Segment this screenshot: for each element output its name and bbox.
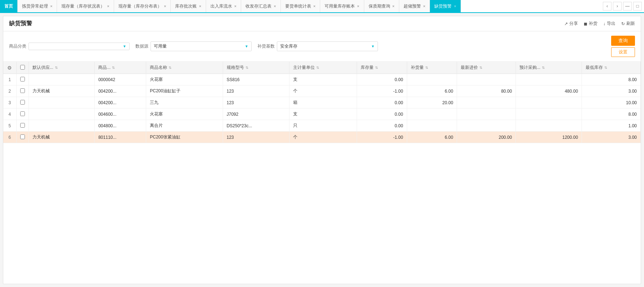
row-unit-0: 支 <box>290 74 357 85</box>
tab-prev-button[interactable]: ‹ <box>603 2 612 10</box>
row-est-purchase-1: 480.00 <box>516 85 582 97</box>
column-name[interactable]: 商品名称⇅ <box>146 62 223 74</box>
page-title: 缺货预警 <box>9 20 564 27</box>
tab-7-label: 要货单统计表 <box>285 3 311 9</box>
row-replenish-3 <box>407 109 457 120</box>
row-check-1[interactable] <box>16 85 29 97</box>
share-button[interactable]: ↗ 分享 <box>564 21 578 27</box>
table-body: 1 0000042 火花塞 SS816 支 0.00 8.00 2 力天机械 0… <box>3 74 641 143</box>
tab-2-close[interactable]: × <box>107 4 109 8</box>
row-stock-3: 0.00 <box>357 109 407 120</box>
row-check-3[interactable] <box>16 109 29 120</box>
tab-1-close[interactable]: × <box>50 4 52 8</box>
row-code-2: 004200... <box>95 97 146 109</box>
row-latest-price-3 <box>457 109 516 120</box>
column-min-stock[interactable]: 最低库存⇅ <box>582 62 641 74</box>
row-num-4: 5 <box>3 120 16 132</box>
tab-3-close[interactable]: × <box>164 4 166 8</box>
category-select[interactable]: ▼ <box>29 43 130 50</box>
tab-7[interactable]: 要货单统计表 × <box>281 0 320 12</box>
row-code-1: 004200... <box>95 85 146 97</box>
tab-4[interactable]: 库存批次账 × <box>171 0 206 12</box>
column-code[interactable]: 商品...⇅ <box>95 62 146 74</box>
tab-1[interactable]: 拣货异常处理 × <box>18 0 57 12</box>
row-checkbox-0[interactable] <box>20 77 25 81</box>
column-gear[interactable]: ⚙ <box>3 62 16 74</box>
replenish-button[interactable]: ◼ 补货 <box>584 21 597 27</box>
tab-9[interactable]: 保质期查询 × <box>364 0 399 12</box>
row-code-0: 0000042 <box>95 74 146 85</box>
row-checkbox-4[interactable] <box>20 123 25 128</box>
column-unit[interactable]: 主计量单位⇅ <box>290 62 357 74</box>
datasource-label: 数据源 <box>135 43 148 49</box>
row-check-5[interactable] <box>16 132 29 143</box>
column-stock[interactable]: 库存量⇅ <box>357 62 407 74</box>
datasource-select[interactable]: 可用量 ▼ <box>151 41 252 51</box>
tab-10[interactable]: 超储预警 × <box>399 0 430 12</box>
row-name-4: 离合片 <box>146 120 223 132</box>
row-replenish-2: 20.00 <box>407 97 457 109</box>
tab-6[interactable]: 收发存汇总表 × <box>241 0 280 12</box>
row-checkbox-2[interactable] <box>20 100 25 105</box>
row-checkbox-1[interactable] <box>20 88 25 93</box>
replenish-icon: ◼ <box>584 21 587 26</box>
row-name-2: 三九 <box>146 97 223 109</box>
replenish-base-select[interactable]: 安全库存 ▼ <box>277 41 378 51</box>
refresh-button[interactable]: ↻ 刷新 <box>621 21 635 27</box>
tab-8[interactable]: 可用量库存账本 × <box>320 0 364 12</box>
select-all-checkbox[interactable] <box>20 65 25 70</box>
query-button[interactable]: 查询 <box>611 36 635 46</box>
tab-4-close[interactable]: × <box>199 4 201 8</box>
row-unit-3: 支 <box>290 109 357 120</box>
column-latest-price[interactable]: 最新进价⇅ <box>457 62 516 74</box>
tab-8-close[interactable]: × <box>357 4 359 8</box>
tab-home-label: 首页 <box>4 3 13 9</box>
column-replenish[interactable]: 补货量⇅ <box>407 62 457 74</box>
row-spec-1: 123 <box>223 85 289 97</box>
row-supplier-1: 力天机械 <box>29 85 95 97</box>
row-supplier-4 <box>29 120 95 132</box>
tab-11[interactable]: 缺货预警 × <box>430 0 461 12</box>
row-num-3: 4 <box>3 109 16 120</box>
tab-10-close[interactable]: × <box>423 4 425 8</box>
tab-11-close[interactable]: × <box>454 4 456 8</box>
row-est-purchase-3 <box>516 109 582 120</box>
row-check-2[interactable] <box>16 97 29 109</box>
row-code-3: 004600... <box>95 109 146 120</box>
tab-7-close[interactable]: × <box>313 4 316 8</box>
tab-6-close[interactable]: × <box>274 4 276 8</box>
tab-6-label: 收发存汇总表 <box>245 3 271 9</box>
export-button[interactable]: ↓ 导出 <box>603 21 615 27</box>
tab-3[interactable]: 现存量（库存分布表） × <box>114 0 171 12</box>
replenish-base-value: 安全库存 <box>280 43 297 49</box>
row-min-stock-5: 3.00 <box>582 132 641 143</box>
refresh-icon: ↻ <box>621 21 625 26</box>
tab-maximize-button[interactable]: □ <box>633 2 642 10</box>
datasource-value: 可用量 <box>154 43 167 49</box>
column-supplier[interactable]: 默认供应...⇅ <box>29 62 95 74</box>
tab-next-button[interactable]: › <box>613 2 622 10</box>
tab-bar: 首页 拣货异常处理 × 现存量（库存状况表） × 现存量（库存分布表） × 库存… <box>0 0 644 13</box>
column-spec[interactable]: 规格型号⇅ <box>223 62 289 74</box>
tab-home[interactable]: 首页 <box>0 0 18 12</box>
row-supplier-2 <box>29 97 95 109</box>
row-code-4: 004800... <box>95 120 146 132</box>
tab-5[interactable]: 出入库流水 × <box>206 0 241 12</box>
row-check-0[interactable] <box>16 74 29 85</box>
tab-9-close[interactable]: × <box>392 4 395 8</box>
row-stock-5: -1.00 <box>357 132 407 143</box>
column-est-purchase[interactable]: 预计采购...⇅ <box>516 62 582 74</box>
tab-5-close[interactable]: × <box>234 4 236 8</box>
header-actions: ↗ 分享 ◼ 补货 ↓ 导出 ↻ 刷新 <box>564 21 635 27</box>
gear-icon[interactable]: ⚙ <box>7 65 12 71</box>
settings-button[interactable]: 设置 <box>611 47 635 57</box>
row-checkbox-3[interactable] <box>20 111 25 116</box>
row-checkbox-5[interactable] <box>20 134 25 139</box>
row-min-stock-3: 8.00 <box>582 109 641 120</box>
tab-minimize-button[interactable]: — <box>623 2 632 10</box>
row-min-stock-1: 3.00 <box>582 85 641 97</box>
row-check-4[interactable] <box>16 120 29 132</box>
category-filter-group: 商品分类 ▼ <box>9 43 130 50</box>
tab-2[interactable]: 现存量（库存状况表） × <box>57 0 114 12</box>
row-unit-2: 箱 <box>290 97 357 109</box>
